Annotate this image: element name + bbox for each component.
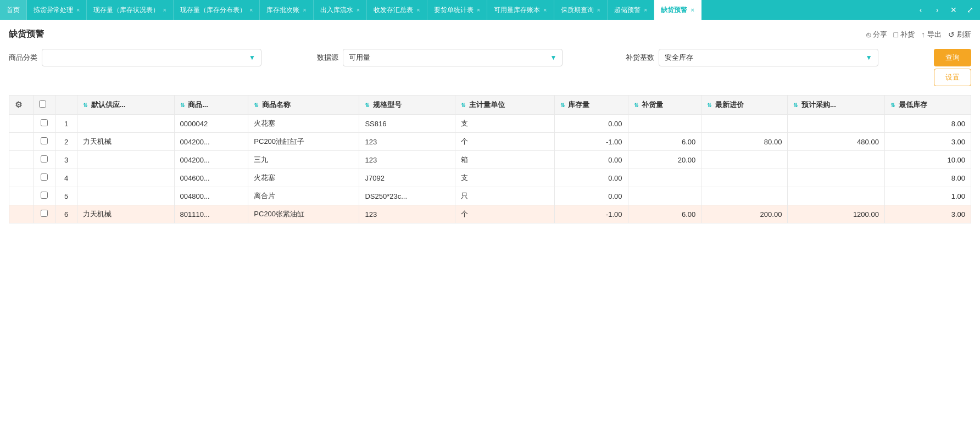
table-settings-icon[interactable]: ⚙ xyxy=(15,100,22,109)
row-checkbox-3[interactable] xyxy=(41,173,48,181)
row-replenish-qty xyxy=(628,169,701,187)
row-est-purchase: 480.00 xyxy=(788,133,885,151)
datasource-value: 可用量 xyxy=(349,53,370,63)
nav-tab-recv-summary[interactable]: 收发存汇总表× xyxy=(367,0,427,20)
nav-tab-stock-dist[interactable]: 现存量（库存分布表）× xyxy=(174,0,260,20)
tab-close-stock-dist[interactable]: × xyxy=(249,7,253,13)
nav-tab-expiry-query[interactable]: 保质期查询× xyxy=(554,0,608,20)
row-min-stock: 3.00 xyxy=(884,205,971,223)
row-supplier xyxy=(77,151,175,169)
nav-prev-button[interactable]: ‹ xyxy=(913,2,928,18)
nav-tab-available-ledger[interactable]: 可用量库存账本× xyxy=(487,0,554,20)
row-checkbox-2[interactable] xyxy=(41,155,48,163)
table-header: ⚙ ⇅ 默认供应... ⇅ 商品... ⇅ 商品名称 xyxy=(9,96,971,115)
row-unit: 只 xyxy=(455,187,554,205)
row-replenish-qty: 20.00 xyxy=(628,151,701,169)
tab-close-available-ledger[interactable]: × xyxy=(543,7,547,13)
row-latest-price xyxy=(701,187,788,205)
select-all-checkbox[interactable] xyxy=(39,100,46,108)
page-header: 缺货预警 ⎋ 分享 □ 补货 ↑ 导出 ↺ 刷新 xyxy=(9,29,971,40)
tab-close-recv-summary[interactable]: × xyxy=(416,7,420,13)
row-spec: 123 xyxy=(359,133,455,151)
row-unit: 箱 xyxy=(455,151,554,169)
row-stock-qty: -1.00 xyxy=(554,133,628,151)
row-latest-price: 200.00 xyxy=(701,205,788,223)
nav-tab-shortage[interactable]: 缺货预警× xyxy=(654,0,701,20)
nav-tab-inout-flow[interactable]: 出入库流水× xyxy=(314,0,367,20)
row-est-purchase xyxy=(788,169,885,187)
page-title: 缺货预警 xyxy=(9,29,44,40)
share-icon: ⎋ xyxy=(866,30,871,39)
nav-tab-demand-stat[interactable]: 要货单统计表× xyxy=(427,0,487,20)
category-select[interactable]: ▼ xyxy=(42,49,261,66)
row-checkbox-5[interactable] xyxy=(41,210,48,217)
row-num: 3 xyxy=(55,151,77,169)
tab-close-abnormal[interactable]: × xyxy=(76,7,80,13)
nav-close-button[interactable]: ✕ xyxy=(946,2,961,18)
nav-tab-abnormal[interactable]: 拣货异常处理× xyxy=(27,0,87,20)
row-settings-cell xyxy=(9,151,34,169)
row-product-code: 004800... xyxy=(174,187,248,205)
sort-name-icon: ⇅ xyxy=(254,102,258,108)
th-unit: ⇅ 主计量单位 xyxy=(455,96,554,115)
row-num: 6 xyxy=(55,205,77,223)
th-stock-qty: ⇅ 库存量 xyxy=(554,96,628,115)
row-est-purchase: 1200.00 xyxy=(788,205,885,223)
nav-expand-button[interactable]: ⤢ xyxy=(962,2,978,18)
replenish-icon: □ xyxy=(894,30,898,39)
sort-supplier-icon: ⇅ xyxy=(83,102,87,108)
row-supplier xyxy=(77,169,175,187)
replenish-base-filter: 补货基数 安全库存 ▼ xyxy=(626,49,925,66)
table-row: 5 004800... 离合片 DS250*23c... 只 0.00 1.00 xyxy=(9,187,971,205)
row-checkbox-cell xyxy=(34,133,55,151)
tab-close-batch-account[interactable]: × xyxy=(303,7,306,13)
nav-tab-home[interactable]: 首页 xyxy=(0,0,27,20)
query-button[interactable]: 查询 xyxy=(934,49,971,66)
datasource-label: 数据源 xyxy=(317,53,338,63)
replenish-base-label: 补货基数 xyxy=(626,53,654,63)
row-min-stock: 8.00 xyxy=(884,115,971,133)
row-supplier xyxy=(77,187,175,205)
row-checkbox-cell xyxy=(34,151,55,169)
tab-close-demand-stat[interactable]: × xyxy=(477,7,480,13)
nav-tab-overstock[interactable]: 超储预警× xyxy=(608,0,654,20)
row-checkbox-cell xyxy=(34,187,55,205)
replenish-button[interactable]: □ 补货 xyxy=(894,30,915,40)
row-stock-qty: 0.00 xyxy=(554,187,628,205)
tab-close-expiry-query[interactable]: × xyxy=(597,7,600,13)
table-row: 6 力天机械 801110... PC200张紧油缸 123 个 -1.00 6… xyxy=(9,205,971,223)
nav-controls: ‹ › ✕ ⤢ xyxy=(911,2,980,18)
sort-min-icon: ⇅ xyxy=(890,102,895,108)
export-button[interactable]: ↑ 导出 xyxy=(921,30,942,40)
row-num: 4 xyxy=(55,169,77,187)
th-product-name: ⇅ 商品名称 xyxy=(248,96,359,115)
row-unit: 支 xyxy=(455,169,554,187)
row-stock-qty: 0.00 xyxy=(554,169,628,187)
row-unit: 支 xyxy=(455,115,554,133)
row-spec: 123 xyxy=(359,151,455,169)
share-button[interactable]: ⎋ 分享 xyxy=(866,30,887,40)
top-navigation: 首页拣货异常处理×现存量（库存状况表）×现存量（库存分布表）×库存批次账×出入库… xyxy=(0,0,980,20)
nav-tab-stock-status[interactable]: 现存量（库存状况表）× xyxy=(87,0,173,20)
row-settings-cell xyxy=(9,115,34,133)
category-filter: 商品分类 ▼ xyxy=(9,49,308,66)
replenish-base-select[interactable]: 安全库存 ▼ xyxy=(659,49,878,66)
row-checkbox-1[interactable] xyxy=(41,137,48,144)
nav-tab-batch-account[interactable]: 库存批次账× xyxy=(260,0,313,20)
row-product-name: 三九 xyxy=(248,151,359,169)
nav-next-button[interactable]: › xyxy=(929,2,945,18)
th-checkbox xyxy=(34,96,55,115)
row-checkbox-cell xyxy=(34,115,55,133)
datasource-select[interactable]: 可用量 ▼ xyxy=(343,49,563,66)
tab-close-stock-status[interactable]: × xyxy=(163,7,166,13)
row-checkbox-0[interactable] xyxy=(41,119,48,126)
refresh-button[interactable]: ↺ 刷新 xyxy=(948,30,971,40)
th-spec: ⇅ 规格型号 xyxy=(359,96,455,115)
settings-button[interactable]: 设置 xyxy=(934,69,971,86)
tab-close-overstock[interactable]: × xyxy=(644,7,647,13)
row-product-name: 火花塞 xyxy=(248,115,359,133)
sort-stock-icon: ⇅ xyxy=(560,102,565,108)
tab-close-inout-flow[interactable]: × xyxy=(357,7,360,13)
row-checkbox-4[interactable] xyxy=(41,192,48,199)
tab-close-shortage[interactable]: × xyxy=(691,7,694,13)
